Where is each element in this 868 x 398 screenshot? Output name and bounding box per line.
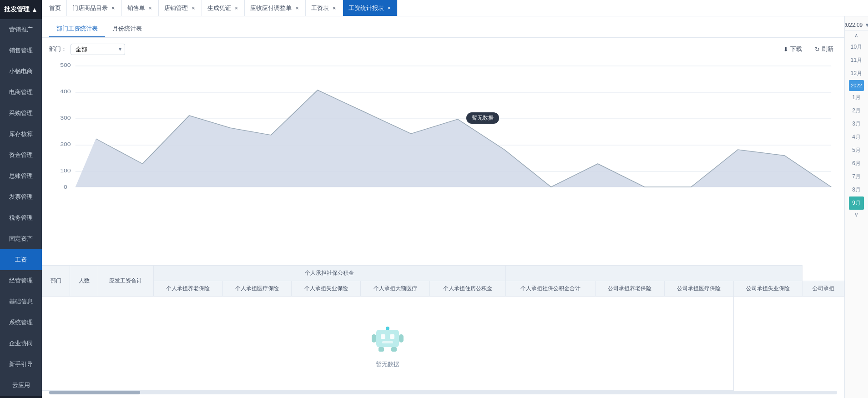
sidebar-item-小畅电商[interactable]: 小畅电商 bbox=[0, 61, 42, 82]
tab-close-btn[interactable]: × bbox=[234, 5, 239, 11]
tab-label: 销售单 bbox=[127, 4, 145, 12]
sidebar-item-企业协同[interactable]: 企业协同 bbox=[0, 333, 42, 354]
tab-label: 门店商品目录 bbox=[72, 4, 108, 12]
col-company-medical: 公司承担医疗保险 bbox=[664, 281, 733, 297]
sidebar-items: 营销推广销售管理小畅电商电商管理采购管理库存核算资金管理总账管理发票管理税务管理… bbox=[0, 19, 42, 396]
sidebar: 批发管理 ▲ 营销推广销售管理小畅电商电商管理采购管理库存核算资金管理总账管理发… bbox=[0, 0, 42, 398]
sidebar-item-总账管理[interactable]: 总账管理 bbox=[0, 166, 42, 186]
tab-label: 应收应付调整单 bbox=[250, 4, 292, 12]
timeline-item-2022[interactable]: 2022 bbox=[849, 80, 864, 91]
tab-首页[interactable]: 首页 bbox=[44, 0, 67, 16]
timeline-item-11月[interactable]: 11月 bbox=[849, 54, 864, 67]
svg-rect-19 bbox=[372, 334, 376, 343]
sidebar-item-税务管理[interactable]: 税务管理 bbox=[0, 207, 42, 228]
tab-店铺管理[interactable]: 店铺管理× bbox=[159, 0, 202, 16]
sidebar-item-系统管理[interactable]: 系统管理 bbox=[0, 312, 42, 333]
tab-生成凭证[interactable]: 生成凭证× bbox=[202, 0, 245, 16]
col-personal-pension: 个人承担养老保险 bbox=[153, 281, 222, 297]
svg-rect-16 bbox=[382, 341, 393, 343]
sidebar-item-营销推广[interactable]: 营销推广 bbox=[0, 19, 42, 40]
chevron-down-icon[interactable]: ∨ bbox=[853, 210, 860, 220]
col-personal-total: 个人承担社保公积金合计 bbox=[505, 281, 595, 297]
svg-text:300: 300 bbox=[60, 115, 71, 121]
refresh-button[interactable]: ↻ 刷新 bbox=[811, 43, 837, 55]
tab-应收应付调整单[interactable]: 应收应付调整单× bbox=[245, 0, 306, 16]
timeline-item-5月[interactable]: 5月 bbox=[849, 144, 864, 157]
tab-close-btn[interactable]: × bbox=[191, 5, 196, 11]
tab-close-btn[interactable]: × bbox=[294, 5, 300, 11]
data-table: 部门 人数 应发工资合计 个人承担社保公积金 个人承担养老保险 个人承担医疗保险… bbox=[42, 265, 844, 391]
tab-label: 工资统计报表 bbox=[348, 4, 384, 12]
svg-text:200: 200 bbox=[60, 141, 71, 147]
sidebar-item-库存核算[interactable]: 库存核算 bbox=[0, 124, 42, 145]
col-company-social bbox=[505, 266, 802, 281]
dept-select[interactable]: 全部 bbox=[71, 44, 125, 55]
sidebar-item-销售管理[interactable]: 销售管理 bbox=[0, 40, 42, 61]
timeline-item-3月[interactable]: 3月 bbox=[849, 117, 864, 131]
chevron-up-icon[interactable]: ∧ bbox=[853, 30, 860, 40]
page-content: 部门工资统计表月份统计表 部门： 全部 ⬇ 下载 bbox=[42, 16, 844, 398]
tabs-container: 首页门店商品目录×销售单×店铺管理×生成凭证×应收应付调整单×工资表×工资统计报… bbox=[44, 0, 398, 16]
svg-rect-13 bbox=[376, 330, 399, 347]
refresh-icon: ↻ bbox=[815, 46, 820, 53]
col-personal-housing: 个人承担住房公积金 bbox=[429, 281, 505, 297]
sidebar-item-经营管理[interactable]: 经营管理 bbox=[0, 270, 42, 291]
timeline-items: 10月11月12月20221月2月3月4月5月6月7月8月9月 bbox=[849, 40, 864, 210]
sub-tab-部门工资统计表[interactable]: 部门工资统计表 bbox=[49, 21, 105, 37]
dept-select-wrapper: 全部 bbox=[71, 44, 125, 55]
col-company-pension: 公司承担养老保险 bbox=[595, 281, 664, 297]
tab-close-btn[interactable]: × bbox=[148, 5, 153, 11]
col-personal-medical: 个人承担医疗保险 bbox=[222, 281, 292, 297]
timeline-item-8月[interactable]: 8月 bbox=[849, 183, 864, 196]
chart-tooltip: 暂无数据 bbox=[466, 112, 499, 124]
toolbar: 部门： 全部 ⬇ 下载 ↻ 刷新 bbox=[42, 38, 844, 60]
timeline-item-1月[interactable]: 1月 bbox=[849, 91, 864, 104]
empty-state: 暂无数据 bbox=[48, 300, 728, 387]
refresh-label: 刷新 bbox=[822, 45, 833, 53]
sidebar-item-基础信息[interactable]: 基础信息 bbox=[0, 291, 42, 312]
timeline-item-7月[interactable]: 7月 bbox=[849, 170, 864, 183]
tab-工资表[interactable]: 工资表× bbox=[306, 0, 343, 16]
download-button[interactable]: ⬇ 下载 bbox=[780, 43, 806, 55]
timeline-item-10月[interactable]: 10月 bbox=[849, 40, 864, 54]
sidebar-arrow: ▲ bbox=[31, 6, 38, 13]
sidebar-item-新手引导[interactable]: 新手引导 bbox=[0, 354, 42, 375]
sidebar-item-工资[interactable]: 工资 bbox=[0, 249, 42, 270]
sidebar-header[interactable]: 批发管理 ▲ bbox=[0, 0, 42, 19]
sidebar-item-云应用[interactable]: 云应用 bbox=[0, 375, 42, 396]
scroll-thumb[interactable] bbox=[49, 391, 140, 394]
timeline-sidebar: 2022.09 ▼ ∧ 10月11月12月20221月2月3月4月5月6月7月8… bbox=[844, 16, 868, 398]
tab-工资统计报表[interactable]: 工资统计报表× bbox=[343, 0, 398, 16]
sidebar-item-采购管理[interactable]: 采购管理 bbox=[0, 103, 42, 124]
sidebar-title: 批发管理 bbox=[4, 5, 30, 14]
sidebar-item-发票管理[interactable]: 发票管理 bbox=[0, 186, 42, 207]
timeline-current: 2022.09 ▼ bbox=[845, 20, 868, 30]
col-count: 人数 bbox=[70, 266, 98, 297]
tab-bar: 首页门店商品目录×销售单×店铺管理×生成凭证×应收应付调整单×工资表×工资统计报… bbox=[42, 0, 868, 16]
sidebar-item-资金管理[interactable]: 资金管理 bbox=[0, 145, 42, 166]
sub-tabs-container: 部门工资统计表月份统计表 bbox=[49, 21, 149, 37]
tab-label: 工资表 bbox=[311, 4, 329, 12]
tab-close-btn[interactable]: × bbox=[111, 5, 116, 11]
sidebar-footer[interactable]: ⚙ bbox=[0, 396, 42, 398]
timeline-item-6月[interactable]: 6月 bbox=[849, 157, 864, 170]
sidebar-item-电商管理[interactable]: 电商管理 bbox=[0, 82, 42, 103]
svg-text:400: 400 bbox=[60, 89, 71, 94]
timeline-item-4月[interactable]: 4月 bbox=[849, 131, 864, 144]
sidebar-item-固定资产[interactable]: 固定资产 bbox=[0, 228, 42, 249]
timeline-item-9月[interactable]: 9月 bbox=[849, 196, 864, 210]
sub-tab-月份统计表[interactable]: 月份统计表 bbox=[105, 21, 149, 37]
timeline-filter-icon[interactable]: ▼ bbox=[864, 22, 868, 28]
tab-销售单[interactable]: 销售单× bbox=[122, 0, 159, 16]
chart-svg: 500 400 300 200 100 0 bbox=[49, 60, 837, 192]
tab-close-btn[interactable]: × bbox=[332, 5, 337, 11]
timeline-item-12月[interactable]: 12月 bbox=[849, 67, 864, 80]
timeline-current-date: 2022.09 bbox=[844, 22, 863, 28]
scroll-bar[interactable] bbox=[49, 391, 837, 394]
col-total-salary: 应发工资合计 bbox=[98, 266, 153, 297]
col-personal-unemploy: 个人承担失业保险 bbox=[292, 281, 361, 297]
tab-close-btn[interactable]: × bbox=[387, 5, 392, 11]
tab-label: 店铺管理 bbox=[164, 4, 188, 12]
timeline-item-2月[interactable]: 2月 bbox=[849, 104, 864, 117]
tab-门店商品目录[interactable]: 门店商品目录× bbox=[67, 0, 122, 16]
